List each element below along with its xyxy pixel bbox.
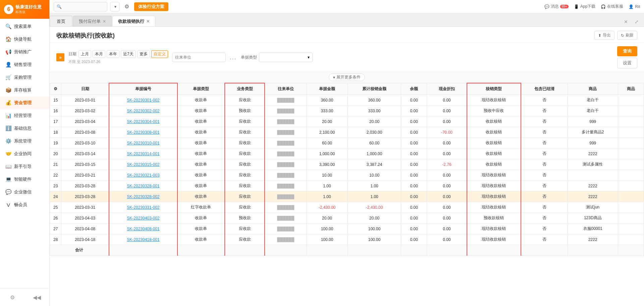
- cell-sn[interactable]: SK-20230321-003: [109, 170, 177, 181]
- sidebar-item-sales[interactable]: 👤销售管理: [0, 58, 49, 71]
- export-btn[interactable]: ⬆ 导出: [594, 31, 614, 40]
- settings-btn[interactable]: 设置: [617, 58, 637, 68]
- cell-sn[interactable]: SK-20230314-001: [109, 148, 177, 159]
- sidebar-item-purchase[interactable]: 🛒采购管理: [0, 71, 49, 84]
- cell-sn[interactable]: SK-20230408-001: [109, 224, 177, 234]
- sn-link[interactable]: SK-20230321-003: [127, 173, 159, 178]
- service-btn[interactable]: 🎧 在线客服: [601, 4, 623, 9]
- sidebar-item-system[interactable]: ⚙️系统管理: [0, 135, 49, 147]
- service-label: 在线客服: [607, 4, 623, 9]
- sn-link[interactable]: SK-20230331-002: [127, 205, 159, 210]
- date-btn-this-year[interactable]: 本年: [107, 50, 119, 58]
- cell-unit: ██████: [265, 202, 306, 213]
- expand-conditions-btn[interactable]: ▾ 展开更多条件: [329, 73, 365, 81]
- cell-goods1: 2222: [568, 148, 618, 159]
- cell-sn[interactable]: SK-20230331-002: [109, 202, 177, 213]
- cell-settled: 否: [521, 116, 568, 127]
- sn-link[interactable]: SK-20230328-002: [127, 194, 159, 199]
- sidebar-item-hardware[interactable]: 💻智能硬件: [0, 173, 49, 186]
- bill-type-select[interactable]: ▾: [259, 53, 313, 62]
- cell-balance: 0.00: [401, 234, 427, 245]
- refresh-btn[interactable]: ↻ 刷新: [617, 31, 637, 40]
- sn-link[interactable]: SK-20230408-001: [127, 227, 159, 231]
- sn-link[interactable]: SK-20230403-002: [127, 216, 159, 221]
- cell-bill-type: 收款单: [177, 170, 224, 181]
- cell-balance: 0.00: [401, 181, 427, 191]
- cell-goods2: [618, 106, 644, 116]
- sidebar-item-finance[interactable]: 💰资金管理: [0, 97, 49, 109]
- sidebar-item-marketing[interactable]: 📢营销推广: [0, 46, 49, 58]
- sn-link[interactable]: SK-20230302-002: [127, 109, 159, 113]
- tab-prepay-close[interactable]: ✕: [103, 19, 106, 24]
- sn-link[interactable]: SK-20230304-001: [127, 119, 159, 124]
- user-icon: 👤: [629, 4, 634, 9]
- query-btn[interactable]: 查询: [617, 46, 637, 56]
- date-btn-more[interactable]: 更多: [137, 50, 150, 58]
- solution-btn[interactable]: 体验行业方案: [134, 2, 168, 11]
- sidebar-item-inventory[interactable]: 📦库存核算: [0, 84, 49, 97]
- cell-no: 17: [50, 116, 61, 127]
- cell-balance: 0.00: [401, 106, 427, 116]
- filter-toggle-btn[interactable]: »: [56, 53, 64, 61]
- sn-link[interactable]: SK-20230315-002: [127, 162, 159, 167]
- cell-sn[interactable]: SK-20230403-002: [109, 213, 177, 224]
- date-btn-7days[interactable]: 近7天: [121, 50, 136, 58]
- cell-cx-type: 收款核销: [467, 159, 521, 170]
- sn-link[interactable]: SK-20230301-002: [127, 98, 159, 103]
- cell-sn[interactable]: SK-20230302-002: [109, 106, 177, 116]
- cell-amount: 100.00: [307, 234, 348, 245]
- tab-home[interactable]: 首页: [50, 16, 72, 26]
- cell-sn[interactable]: SK-20230301-002: [109, 95, 177, 106]
- sidebar-item-wechat[interactable]: 💬企业微信: [0, 186, 49, 198]
- sidebar-item-operation[interactable]: 📊经营管理: [0, 109, 49, 122]
- sidebar-label-quick: 快捷导航: [14, 36, 32, 42]
- collapse-btn[interactable]: ◀◀: [32, 292, 42, 303]
- cell-goods1: 123D商品: [568, 213, 618, 224]
- date-btn-custom[interactable]: 自定义: [151, 50, 168, 58]
- sidebar-item-search[interactable]: 🔍搜索菜单: [0, 20, 49, 33]
- sidebar-item-basic[interactable]: ℹ️基础信息: [0, 122, 49, 135]
- cell-amount: 20.00: [307, 213, 348, 224]
- date-btn-last-month[interactable]: 上月: [78, 50, 91, 58]
- cell-sn[interactable]: SK-20230308-001: [109, 127, 177, 138]
- sn-link[interactable]: SK-20230308-001: [127, 130, 159, 135]
- cell-amount: 333.00: [307, 106, 348, 116]
- unit-input[interactable]: [172, 53, 226, 62]
- cell-sn[interactable]: SK-20230304-001: [109, 116, 177, 127]
- sn-link[interactable]: SK-20230310-001: [127, 141, 159, 145]
- sn-link[interactable]: SK-20230314-001: [127, 151, 159, 156]
- user-btn[interactable]: 👤 Rit: [629, 4, 640, 9]
- cell-goods1: 999: [568, 138, 618, 148]
- gear-icon[interactable]: ⚙: [122, 2, 131, 11]
- sidebar-item-guide[interactable]: 📖新手引导: [0, 160, 49, 173]
- app-download-btn[interactable]: 📱 App下载: [574, 4, 595, 9]
- sidebar-item-quick[interactable]: 🏠快捷导航: [0, 33, 49, 46]
- tab-collection-close[interactable]: ✕: [146, 19, 150, 24]
- quick-icon: 🏠: [5, 36, 11, 42]
- tab-close-all-btn[interactable]: ✕: [621, 17, 631, 26]
- cell-sn[interactable]: SK-20230310-001: [109, 138, 177, 148]
- sidebar-nav: 🔍搜索菜单🏠快捷导航📢营销推广👤销售管理🛒采购管理📦库存核算💰资金管理📊经营管理…: [0, 19, 49, 288]
- cell-sn[interactable]: SK-20230315-002: [109, 159, 177, 170]
- sn-link[interactable]: SK-20230418-001: [127, 237, 159, 242]
- tab-collection[interactable]: 收款核销执行 ✕: [112, 16, 155, 26]
- cell-date: 2023-03-28: [61, 181, 109, 191]
- sidebar-item-enterprise[interactable]: 🤝企业协同: [0, 147, 49, 160]
- search-box[interactable]: 🔍: [54, 2, 107, 11]
- cell-sn[interactable]: SK-20230328-002: [109, 191, 177, 202]
- tab-expand-btn[interactable]: ⤢: [632, 17, 641, 26]
- cell-no: 16: [50, 106, 61, 116]
- sn-link[interactable]: SK-20230328-001: [127, 184, 159, 188]
- topbar-dropdown[interactable]: ▾: [110, 2, 119, 11]
- col-settings[interactable]: ⚙: [50, 83, 61, 95]
- page-content: 收款核销执行(按收款) ⬆ 导出 ↻ 刷新 » 日期 上月: [50, 27, 644, 306]
- tab-prepay[interactable]: 预付应付单 ✕: [73, 16, 112, 26]
- cell-sn[interactable]: SK-20230418-001: [109, 234, 177, 245]
- sidebar-item-member[interactable]: V畅会员: [0, 198, 49, 211]
- date-btn-this-month[interactable]: 本月: [93, 50, 105, 58]
- cell-goods1: 999: [568, 116, 618, 127]
- settings-bottom-btn[interactable]: ⚙: [7, 292, 18, 303]
- cell-bill-type: 收款单: [177, 106, 224, 116]
- cell-sn[interactable]: SK-20230328-001: [109, 181, 177, 191]
- message-btn[interactable]: 💬 消息 99+: [544, 4, 569, 9]
